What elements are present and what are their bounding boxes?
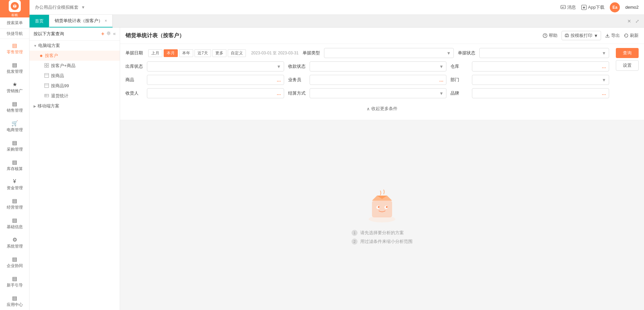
svg-point-23	[386, 206, 388, 208]
window-maximize-btn[interactable]: ⤢	[635, 18, 640, 24]
retail-icon: ▤	[12, 42, 17, 49]
tree-section-desktop[interactable]: ▼ 电脑端方案	[30, 41, 120, 51]
brand-dots[interactable]: …	[602, 91, 606, 96]
scheme-settings-btn[interactable]	[106, 31, 111, 37]
export-btn[interactable]: 导出	[605, 33, 620, 39]
sidebar-item-appcenter[interactable]: ▤ 应用中心	[0, 292, 29, 310]
svg-rect-4	[45, 63, 46, 65]
product-dots[interactable]: …	[277, 78, 281, 83]
receipt-status-select[interactable]: ▼	[310, 61, 447, 71]
svg-rect-12	[45, 94, 49, 97]
tab-sales-stats[interactable]: 销货单统计表（按客户） ×	[49, 15, 113, 28]
mobile-section-label: 移动端方案	[38, 103, 59, 109]
dept-select[interactable]: ▼	[472, 75, 609, 85]
left-panel-title: 按以下方案查询	[34, 31, 64, 37]
date-btn-more[interactable]: 更多	[212, 49, 226, 57]
sidebar-item-enterprise[interactable]: ▤ 企业协同	[0, 253, 29, 272]
sidebar-item-sales[interactable]: ▤ 销售管理	[0, 97, 29, 117]
warehouse-dots[interactable]: …	[602, 64, 606, 69]
tab-home[interactable]: 首页	[30, 15, 49, 28]
dept-label: 部门	[450, 77, 469, 83]
window-close-btn[interactable]: ✕	[627, 18, 632, 24]
app-download-btn[interactable]: App下载	[581, 4, 604, 10]
collapse-row: ∧ 收起更多条件	[125, 102, 639, 116]
query-area: 查询 设置	[613, 48, 639, 71]
sidebar: 标账 搜索菜单 快捷导航 ▤ 零售管理 ▤ 批发管理 ★ 营销推广 ▤ 销售管理…	[0, 0, 30, 310]
tab-close-btn[interactable]: ×	[105, 18, 107, 23]
sidebar-item-ecommerce[interactable]: 🛒 电商管理	[0, 117, 29, 136]
refresh-btn[interactable]: 刷新	[624, 33, 639, 39]
add-scheme-btn[interactable]: +	[101, 31, 104, 37]
svg-rect-10	[45, 84, 49, 88]
sidebar-item-operations[interactable]: ▤ 经营管理	[0, 194, 29, 214]
help-btn[interactable]: 帮助	[543, 33, 557, 39]
tree-item-by-product[interactable]: 按商品	[30, 71, 120, 81]
date-btn-last-7[interactable]: 近7天	[195, 49, 211, 57]
sidebar-item-wholesale[interactable]: ▤ 批发管理	[0, 58, 29, 78]
product99-icon	[44, 83, 49, 89]
header-dropdown-arrow[interactable]: ▼	[81, 5, 85, 10]
date-label: 单据日期	[125, 50, 144, 56]
consignee-dots[interactable]: …	[277, 91, 281, 96]
active-indicator: ●	[40, 53, 43, 59]
right-panel: 销货单统计表（按客户） 帮助 按模板打印 ▼ 导出	[120, 28, 644, 310]
out-status-label: 出库状态	[125, 63, 144, 69]
sidebar-item-inventory[interactable]: ▤ 库存核算	[0, 156, 29, 175]
search-menu[interactable]: 搜索菜单	[0, 17, 29, 29]
shortcut-nav[interactable]: 快捷导航	[0, 29, 29, 39]
tree-item-return-stats[interactable]: 退货统计	[30, 91, 120, 101]
finance-icon: ¥	[13, 178, 16, 185]
payment-select[interactable]: ▼	[310, 88, 447, 98]
sidebar-item-finance[interactable]: ¥ 资金管理	[0, 175, 29, 194]
message-icon	[560, 5, 566, 10]
return-stats-icon	[44, 93, 49, 99]
staff-select[interactable]: …	[310, 75, 447, 85]
settings-btn[interactable]: 设置	[616, 60, 639, 71]
sidebar-item-marketing[interactable]: ★ 营销推广	[0, 78, 29, 97]
inventory-icon: ▤	[12, 159, 17, 165]
sidebar-item-purchase[interactable]: ▤ 采购管理	[0, 136, 29, 156]
date-btn-this-month[interactable]: 本月	[164, 49, 178, 57]
tree-item-by-customer-product[interactable]: 按客户+商品	[30, 61, 120, 71]
tree-section-mobile[interactable]: ▶ 移动端方案	[30, 101, 120, 111]
app-logo[interactable]: 标账	[0, 0, 30, 17]
refresh-icon	[624, 33, 629, 38]
product-select[interactable]: …	[147, 75, 284, 85]
out-status-select[interactable]: ▼	[147, 61, 284, 71]
brand-select[interactable]: …	[472, 88, 609, 98]
staff-dots[interactable]: …	[439, 78, 443, 83]
message-btn[interactable]: 消息	[560, 4, 576, 10]
date-btn-custom[interactable]: 自定义	[228, 49, 246, 57]
username: demo2	[625, 5, 639, 10]
print-icon	[565, 33, 569, 38]
doc-type-select[interactable]: ▼	[324, 48, 454, 58]
doc-status-select[interactable]: ▼	[479, 48, 609, 58]
avatar[interactable]: Ea	[610, 2, 620, 12]
date-btn-last-month[interactable]: 上月	[148, 49, 162, 57]
appcenter-icon: ▤	[12, 295, 17, 301]
date-btn-this-year[interactable]: 本年	[179, 49, 193, 57]
tree-item-by-customer[interactable]: ● 按客户	[30, 51, 120, 61]
collapse-btn[interactable]: ∧ 收起更多条件	[363, 104, 401, 114]
print-dropdown-arrow[interactable]: ▼	[594, 33, 598, 38]
filter-row-4: 收货人 … 结算方式 ▼	[125, 88, 609, 98]
query-btn[interactable]: 查询	[616, 48, 639, 58]
tree-item-by-product-99[interactable]: 按商品99	[30, 81, 120, 91]
sales-icon: ▤	[12, 101, 17, 107]
mobile-arrow: ▶	[34, 104, 36, 108]
doc-type-arrow: ▼	[446, 51, 451, 56]
desktop-arrow: ▼	[34, 44, 37, 48]
page-title: 销货单统计表（按客户）	[125, 32, 184, 39]
print-btn[interactable]: 按模板打印 ▼	[561, 31, 601, 40]
consignee-select[interactable]: …	[147, 88, 284, 98]
tip-num-2: 2	[352, 239, 358, 245]
sidebar-item-basic[interactable]: ▤ 基础信息	[0, 214, 29, 233]
logo-image	[9, 0, 21, 12]
sidebar-item-system[interactable]: ⚙ 系统管理	[0, 233, 29, 253]
collapse-panel-btn[interactable]: «	[113, 31, 116, 37]
sidebar-item-retail[interactable]: ▤ 零售管理	[0, 39, 29, 58]
warehouse-select[interactable]: …	[472, 61, 609, 71]
sidebar-item-newguide[interactable]: ▤ 新手引导	[0, 272, 29, 292]
empty-state: 1 请先选择要分析的方案 2 用过滤条件来缩小分析范围	[120, 120, 644, 310]
svg-rect-8	[45, 73, 49, 78]
